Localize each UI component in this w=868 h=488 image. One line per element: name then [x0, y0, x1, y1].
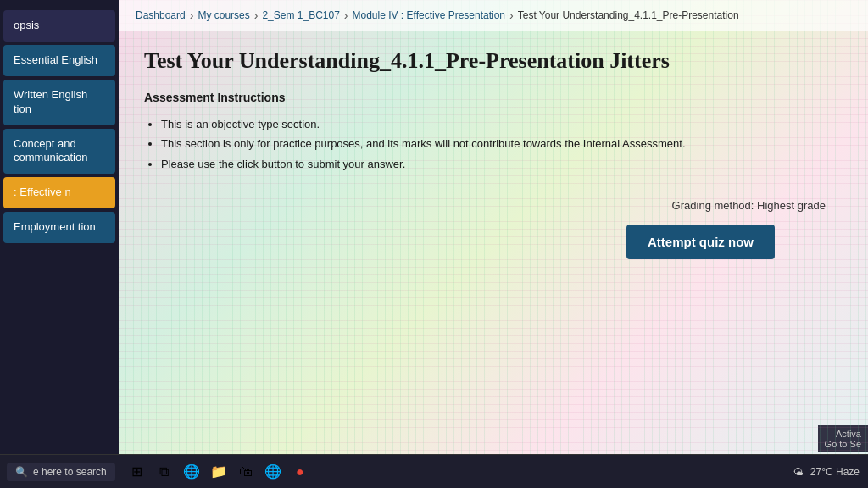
breadcrumb-sep-3: ›: [344, 8, 348, 22]
main-wrapper: opsis Essential English Written English …: [0, 0, 868, 488]
breadcrumb-current: Test Your Understanding_4.1.1_Pre-Presen…: [518, 9, 739, 21]
search-label: e here to search: [33, 466, 107, 478]
start-button[interactable]: ⊞: [128, 463, 147, 481]
page-title: Test Your Understanding_4.1.1_Pre-Presen…: [144, 48, 843, 74]
taskbar-search[interactable]: 🔍 e here to search: [7, 463, 115, 481]
breadcrumb-dashboard[interactable]: Dashboard: [136, 9, 186, 21]
taskbar: 🔍 e here to search ⊞ ⧉ 🌐 📁 🛍 🌐 ● 🌤 27°C …: [0, 454, 868, 488]
search-icon: 🔍: [15, 466, 28, 478]
sidebar-item-written-english[interactable]: Written English tion: [3, 80, 115, 125]
sidebar-item-effective[interactable]: : Effective n: [3, 177, 115, 208]
breadcrumb-sem[interactable]: 2_Sem 1_BC107: [262, 9, 339, 21]
sidebar-item-essential-english[interactable]: Essential English: [3, 45, 115, 76]
weather-info: 27°C Haze: [810, 466, 860, 478]
attempt-quiz-button[interactable]: Attempt quiz now: [626, 225, 775, 259]
chrome-icon[interactable]: ●: [291, 463, 309, 481]
instruction-item-2: This section is only for practice purpos…: [161, 134, 843, 153]
file-explorer-icon[interactable]: 📁: [209, 463, 228, 481]
sidebar-item-opsis[interactable]: opsis: [3, 10, 115, 42]
instruction-item-3: Please use the click button to submit yo…: [161, 154, 843, 174]
taskbar-icons: ⊞ ⧉ 🌐 📁 🛍 🌐 ●: [128, 463, 309, 481]
page-content: Test Your Understanding_4.1.1_Pre-Presen…: [119, 31, 868, 488]
store-icon[interactable]: 🛍: [236, 463, 255, 481]
grading-method: Grading method: Highest grade: [144, 199, 843, 212]
breadcrumb: Dashboard › My courses › 2_Sem 1_BC107 ›…: [119, 0, 868, 31]
sidebar: opsis Essential English Written English …: [0, 0, 119, 488]
edge-icon[interactable]: 🌐: [182, 463, 201, 481]
sidebar-item-employment[interactable]: Employment tion: [3, 212, 115, 243]
breadcrumb-sep-2: ›: [254, 8, 259, 22]
content-area: Dashboard › My courses › 2_Sem 1_BC107 ›…: [119, 0, 868, 488]
breadcrumb-module[interactable]: Module IV : Effective Presentation: [353, 9, 506, 21]
taskbar-right: 🌤 27°C Haze: [793, 466, 868, 478]
weather-icon: 🌤: [793, 466, 804, 478]
task-view-icon[interactable]: ⧉: [155, 463, 174, 481]
breadcrumb-sep-1: ›: [190, 8, 194, 22]
browser-icon-2[interactable]: 🌐: [264, 463, 282, 481]
instruction-item-1: This is an objective type section.: [161, 114, 843, 134]
sidebar-item-concept[interactable]: Concept and communication: [3, 129, 115, 175]
breadcrumb-my-courses[interactable]: My courses: [198, 9, 249, 21]
breadcrumb-sep-4: ›: [509, 8, 514, 22]
instructions-title: Assessment Instructions: [144, 91, 843, 104]
instructions-list: This is an objective type section. This …: [144, 114, 843, 174]
